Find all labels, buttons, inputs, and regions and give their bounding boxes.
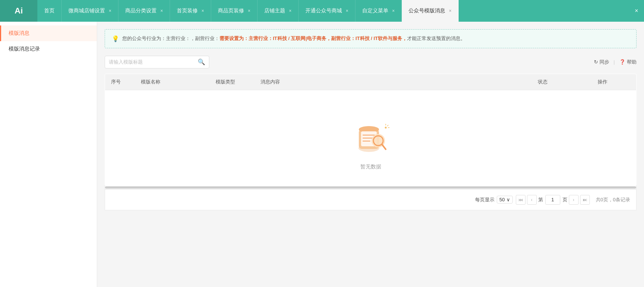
nav-tab-close[interactable]: × <box>109 8 111 13</box>
page-prefix-label: 第 <box>538 196 543 203</box>
sidebar-item-template-msg[interactable]: 模版消息 <box>0 25 97 41</box>
nav-tab-category-settings[interactable]: 商品分类设置× <box>118 0 170 22</box>
content-area: 💡 您的公众号行业为：主营行业：，副营行业：需要设置为：主营行业：IT科技 / … <box>97 22 644 287</box>
table-header-row: 序号模版名称模版类型消息内容状态操作 <box>105 74 637 90</box>
nav-tab-label: 首页 <box>44 7 55 14</box>
nav-tab-close[interactable]: × <box>160 8 163 13</box>
empty-state: 暂无数据 <box>105 90 636 185</box>
search-bar: 🔍 ↻ 同步 | ❓ 帮助 <box>105 56 637 68</box>
svg-line-13 <box>387 125 388 126</box>
page-size-select[interactable]: 50 ∨ <box>497 196 512 204</box>
nav-tab-product-decor[interactable]: 商品页装修× <box>211 0 258 22</box>
help-label: 帮助 <box>627 59 637 65</box>
sync-label: 同步 <box>600 59 609 65</box>
pagination: 每页显示 50 ∨ ⏮ ‹ 第 页 › ⏭ 共0页，0条记录 <box>105 189 637 210</box>
nav-tab-close[interactable]: × <box>289 8 292 13</box>
page-number-input[interactable] <box>545 195 560 205</box>
data-table: 序号模版名称模版类型消息内容状态操作 <box>105 74 637 186</box>
notice-box: 💡 您的公众号行业为：主营行业：，副营行业：需要设置为：主营行业：IT科技 / … <box>105 29 637 48</box>
next-page-button[interactable]: › <box>569 195 579 205</box>
empty-text: 暂无数据 <box>360 164 381 170</box>
table-header-name: 模版名称 <box>135 74 210 90</box>
search-input-wrap[interactable]: 🔍 <box>105 56 209 68</box>
nav-tab-close[interactable]: × <box>449 8 452 13</box>
table-header-content: 消息内容 <box>255 74 532 90</box>
nav-tab-label: 公众号模版消息 <box>409 7 445 14</box>
notice-icon: 💡 <box>112 35 119 42</box>
notice-text: 您的公众号行业为：主营行业：，副营行业：需要设置为：主营行业：IT科技 / 互联… <box>122 35 465 43</box>
empty-illustration <box>348 113 393 158</box>
page-size-value: 50 <box>499 197 505 202</box>
sync-button[interactable]: ↻ 同步 <box>594 59 609 65</box>
help-icon: ❓ <box>619 59 625 65</box>
nav-tab-label: 开通公众号商城 <box>305 7 342 14</box>
nav-tab-label: 自定义菜单 <box>362 7 388 14</box>
table-scrollbar-thumb[interactable] <box>105 186 636 189</box>
nav-tab-label: 首页装修 <box>177 7 198 14</box>
nav-tab-template-msg[interactable]: 公众号模版消息× <box>402 0 459 22</box>
table-header-type: 模版类型 <box>210 74 255 90</box>
nav-tab-home-decor[interactable]: 首页装修× <box>170 0 211 22</box>
toolbar-right: ↻ 同步 | ❓ 帮助 <box>594 59 637 65</box>
search-input[interactable] <box>109 59 198 65</box>
first-page-button[interactable]: ⏮ <box>516 195 526 205</box>
logo: Ai <box>0 0 37 22</box>
help-button[interactable]: ❓ 帮助 <box>619 59 637 65</box>
nav-tab-close[interactable]: × <box>248 8 250 13</box>
main-layout: 模版消息模版消息记录 💡 您的公众号行业为：主营行业：，副营行业：需要设置为：主… <box>0 22 644 287</box>
nav-tab-close[interactable]: × <box>392 8 395 13</box>
sidebar-item-template-msg-records[interactable]: 模版消息记录 <box>0 41 97 57</box>
notice-suffix: 才能正常发送预置的消息。 <box>407 36 465 41</box>
nav-tab-shop-settings[interactable]: 微商城店铺设置× <box>62 0 118 22</box>
page-total: 共0页，0条记录 <box>596 196 630 203</box>
nav-tab-close[interactable]: × <box>201 8 204 13</box>
nav-tabs: 首页微商城店铺设置×商品分类设置×首页装修×商品页装修×店铺主题×开通公众号商城… <box>37 0 629 22</box>
table-header-status: 状态 <box>532 74 592 90</box>
page-nav: ⏮ ‹ 第 页 › ⏭ <box>516 195 590 205</box>
prev-page-button[interactable]: ‹ <box>527 195 537 205</box>
sidebar: 模版消息模版消息记录 <box>0 22 97 287</box>
nav-tab-custom-menu[interactable]: 自定义菜单× <box>355 0 402 22</box>
top-nav: Ai 首页微商城店铺设置×商品分类设置×首页装修×商品页装修×店铺主题×开通公众… <box>0 0 644 22</box>
nav-tab-label: 商品页装修 <box>218 7 244 14</box>
nav-tab-shop-theme[interactable]: 店铺主题× <box>258 0 299 22</box>
divider: | <box>614 59 615 65</box>
search-button[interactable]: 🔍 <box>198 58 205 65</box>
page-suffix-label: 页 <box>563 196 567 203</box>
logo-text: Ai <box>15 6 23 16</box>
page-size-label: 每页显示 <box>475 196 494 203</box>
close-all-button[interactable]: × <box>629 0 644 22</box>
nav-tab-label: 商品分类设置 <box>125 7 157 14</box>
svg-line-9 <box>382 144 386 149</box>
notice-prefix: 您的公众号行业为：主营行业：，副营行业： <box>122 36 219 41</box>
notice-highlight: 需要设置为：主营行业：IT科技 / 互联网|电子商务，副营行业：IT科技 / I… <box>219 36 407 41</box>
page-input-wrap: 第 页 <box>538 195 567 205</box>
table-header-action: 操作 <box>592 74 637 90</box>
nav-tab-close[interactable]: × <box>346 8 348 13</box>
svg-point-10 <box>385 126 386 128</box>
nav-tab-label: 微商城店铺设置 <box>68 7 105 14</box>
nav-tab-open-mall[interactable]: 开通公众号商城× <box>299 0 355 22</box>
last-page-button[interactable]: ⏭ <box>580 195 590 205</box>
table-header-seq: 序号 <box>105 74 135 90</box>
chevron-down-icon: ∨ <box>506 197 510 202</box>
sync-icon: ↻ <box>594 59 598 65</box>
nav-tab-home[interactable]: 首页 <box>37 0 62 22</box>
table-scrollbar[interactable] <box>105 186 637 189</box>
nav-tab-label: 店铺主题 <box>264 7 285 14</box>
page-size-wrap: 每页显示 50 ∨ <box>475 196 512 204</box>
